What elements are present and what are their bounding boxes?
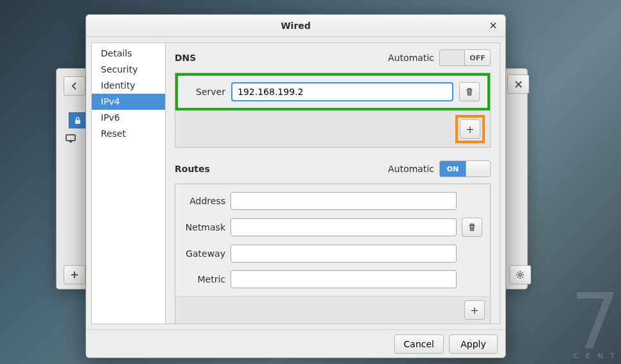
sidebar-item-ipv4[interactable]: IPv4 (92, 94, 165, 110)
sidebar-item-details[interactable]: Details (92, 46, 165, 62)
delete-dns-server-button[interactable] (459, 82, 480, 101)
trash-icon (465, 87, 474, 96)
highlight-add-dns: + (455, 115, 485, 143)
sidebar-item-label: Details (101, 48, 132, 58)
add-dns-server-button[interactable]: + (460, 119, 480, 139)
add-route-button[interactable]: + (464, 300, 485, 320)
routes-pane: Address Netmask Gateway Metric (175, 184, 491, 324)
apply-button[interactable]: Apply (449, 334, 498, 354)
toggle-track (466, 161, 490, 177)
bg-gear-button (509, 265, 531, 284)
titlebar: Wired ✕ (86, 15, 505, 37)
cancel-button[interactable]: Cancel (394, 334, 444, 354)
svg-rect-0 (75, 120, 80, 124)
watermark-big: 7 (571, 283, 617, 360)
highlight-dns-server: Server (175, 73, 490, 110)
toggle-track (440, 50, 464, 65)
toggle-knob-on: ON (440, 161, 466, 177)
routes-pane-footer: + (175, 296, 490, 324)
routes-automatic-label: Automatic (388, 164, 434, 174)
routes-automatic-toggle[interactable]: ON (439, 160, 491, 177)
dns-automatic-label: Automatic (388, 53, 434, 63)
close-button-bg (507, 74, 529, 94)
route-gateway-input[interactable] (231, 245, 457, 263)
routes-section: Routes Automatic ON Address Netmask (175, 160, 491, 324)
plus-icon: + (470, 304, 478, 316)
watermark-sub: C E N T (573, 352, 617, 360)
route-address-input[interactable] (231, 192, 457, 210)
routes-section-header: Routes Automatic ON (175, 160, 491, 177)
sidebar-item-label: Security (101, 64, 138, 74)
bg-monitor-icon (62, 132, 80, 146)
dns-server-label: Server (186, 87, 225, 97)
routes-title: Routes (175, 164, 388, 174)
dns-section-header: DNS Automatic OFF (175, 49, 491, 66)
bg-add-button (64, 265, 85, 284)
sidebar-item-reset[interactable]: Reset (92, 126, 165, 142)
dns-server-row: Server (178, 76, 487, 108)
content-pane: DNS Automatic OFF Server (165, 42, 500, 324)
route-gateway-label: Gateway (183, 248, 231, 259)
route-netmask-input[interactable] (231, 218, 457, 236)
delete-route-button[interactable] (462, 218, 482, 237)
network-settings-dialog: Wired ✕ Details Security Identity IPv4 I… (85, 14, 506, 358)
dialog-footer: Cancel Apply (86, 329, 505, 358)
route-metric-input[interactable] (231, 270, 457, 288)
window-title: Wired (86, 21, 505, 31)
dns-servers-pane: Server + (175, 73, 491, 148)
close-icon: ✕ (489, 20, 498, 31)
dns-automatic-toggle[interactable]: OFF (439, 49, 491, 66)
trash-icon (468, 223, 477, 232)
route-netmask-label: Netmask (183, 222, 231, 232)
route-metric-label: Metric (183, 274, 231, 284)
sidebar-item-label: IPv4 (101, 96, 120, 107)
sidebar-item-security[interactable]: Security (92, 62, 165, 78)
routes-grid: Address Netmask Gateway Metric (175, 184, 490, 296)
dns-server-input[interactable] (232, 83, 453, 101)
dns-title: DNS (175, 53, 388, 63)
sidebar-item-ipv6[interactable]: IPv6 (92, 110, 165, 126)
back-button-bg (64, 76, 85, 96)
plus-icon: + (466, 123, 474, 135)
close-button[interactable]: ✕ (485, 18, 502, 33)
sidebar-item-identity[interactable]: Identity (92, 78, 165, 94)
dns-pane-footer: + (175, 110, 490, 147)
toggle-knob-off: OFF (464, 50, 490, 65)
bg-lock-icon (69, 112, 87, 128)
svg-rect-1 (66, 135, 75, 141)
route-address-label: Address (183, 196, 231, 206)
sidebar-item-label: Reset (101, 128, 126, 139)
sidebar-item-label: IPv6 (101, 112, 120, 123)
svg-point-2 (519, 273, 521, 276)
sidebar-item-label: Identity (101, 80, 136, 91)
settings-sidebar: Details Security Identity IPv4 IPv6 Rese… (91, 42, 165, 324)
